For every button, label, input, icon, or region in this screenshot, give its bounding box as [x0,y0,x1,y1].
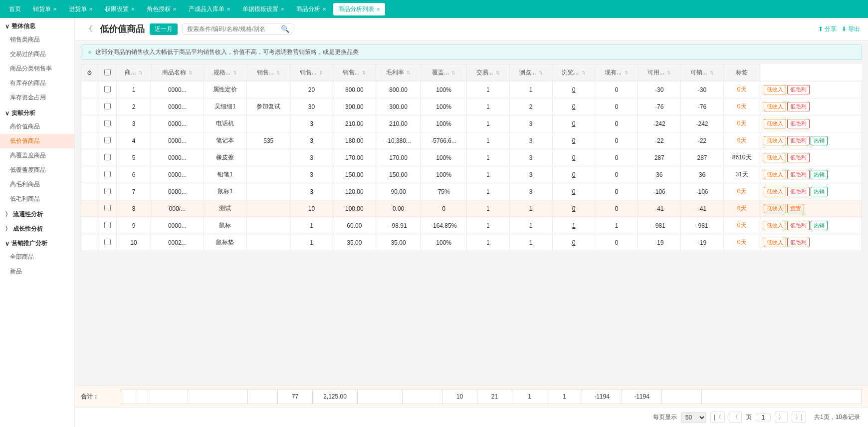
col-sale-qty[interactable]: 销售... ⇅ [247,64,290,81]
view-link[interactable]: 0 [572,205,576,212]
sidebar-item-new-goods[interactable]: 新品 [0,264,74,279]
sidebar-item-traded-goods[interactable]: 交易过的商品 [0,47,74,61]
checkbox-cell[interactable] [98,200,117,217]
view-link[interactable]: 0 [572,188,576,195]
sidebar-collapse-button[interactable]: 《 [83,24,95,34]
sidebar-item-category-rate[interactable]: 商品分类销售率 [0,61,74,76]
share-button[interactable]: ⬆ 分享 [818,25,837,33]
sidebar-item-high-value[interactable]: 高价值商品 [0,119,74,134]
nav-product-analysis[interactable]: 商品分析 ✕ [291,3,331,15]
col-coverage[interactable]: 覆盖... ⇅ [421,64,467,81]
row-view1[interactable]: 0 [552,81,595,98]
next-page-button[interactable]: 〉 [775,412,788,423]
close-icon[interactable]: ✕ [173,6,177,12]
row-view1[interactable]: 0 [552,115,595,132]
nav-purchase-order[interactable]: 进货单 ✕ [64,3,98,15]
close-icon[interactable]: ✕ [89,6,93,12]
nav-role-auth[interactable]: 角色授权 ✕ [142,3,182,15]
checkbox-cell[interactable] [98,149,117,166]
row-checkbox[interactable] [104,239,111,245]
row-view1[interactable]: 0 [552,234,595,251]
period-button[interactable]: 近一月 [150,23,178,35]
row-view1[interactable]: 0 [552,132,595,149]
checkbox-cell[interactable] [98,115,117,132]
view-link[interactable]: 0 [572,103,576,110]
row-view1[interactable]: 0 [552,149,595,166]
gear-cell[interactable] [81,166,98,183]
gear-cell[interactable] [81,149,98,166]
row-checkbox[interactable] [104,137,111,143]
checkbox-cell[interactable] [98,81,117,98]
prev-page-button[interactable]: 〈 [729,412,742,423]
col-sale-amt2[interactable]: 销售... ⇅ [333,64,376,81]
row-view1[interactable]: 1 [552,217,595,234]
sidebar-item-high-gross[interactable]: 高毛利商品 [0,177,74,192]
row-checkbox[interactable] [104,154,111,160]
close-icon[interactable]: ✕ [322,6,326,12]
close-icon[interactable]: ✕ [53,6,57,12]
search-input[interactable] [183,23,292,35]
col-saleable[interactable]: 可销... ⇅ [681,64,724,81]
checkbox-cell[interactable] [98,234,117,251]
col-name[interactable]: 商品名称 ⇅ [151,64,204,81]
first-page-button[interactable]: |〈 [710,412,725,423]
sidebar-item-all-goods[interactable]: 全部商品 [0,250,74,264]
gear-cell[interactable] [81,115,98,132]
sidebar-group-overall[interactable]: ∨ 整体信息 [0,18,74,32]
gear-cell[interactable] [81,183,98,200]
row-view1[interactable]: 0 [552,166,595,183]
last-page-button[interactable]: 〉| [792,412,806,423]
export-button[interactable]: ⬇ 导出 [842,25,860,33]
view-link[interactable]: 1 [572,222,576,229]
current-page-input[interactable] [756,414,771,422]
col-trade[interactable]: 交易... ⇅ [466,64,509,81]
view-link[interactable]: 0 [572,137,576,144]
col-gear[interactable]: ⚙ [81,64,98,81]
gear-cell[interactable] [81,234,98,251]
sidebar-item-low-coverage[interactable]: 低覆盖度商品 [0,163,74,177]
sidebar-item-sales-goods[interactable]: 销售类商品 [0,32,74,47]
col-spec[interactable]: 规格... ⇅ [204,64,247,81]
col-current[interactable]: 现有... ⇅ [595,64,638,81]
checkbox-cell[interactable] [98,98,117,115]
gear-cell[interactable] [81,81,98,98]
sidebar-group-marketing[interactable]: ∨ 营销推广分析 [0,235,74,250]
view-link[interactable]: 0 [572,154,576,161]
close-icon[interactable]: ✕ [280,6,284,12]
nav-product-analysis-list[interactable]: 商品分析列表 ✕ [333,3,385,15]
nav-product-inbound[interactable]: 产成品入库单 ✕ [184,3,235,15]
nav-template-settings[interactable]: 单据模板设置 ✕ [237,3,289,15]
sidebar-item-stock-capital[interactable]: 库存资金占用 [0,90,74,105]
checkbox-cell[interactable] [98,132,117,149]
row-checkbox[interactable] [104,120,111,126]
checkbox-cell[interactable] [98,183,117,200]
row-checkbox[interactable] [104,103,111,109]
close-icon[interactable]: ✕ [131,6,135,12]
view-link[interactable]: 0 [572,120,576,127]
checkbox-cell[interactable] [98,217,117,234]
view-link[interactable]: 0 [572,86,576,93]
page-size-select[interactable]: 50 100 [681,412,706,423]
col-sale-amt1[interactable]: 销售... ⇅ [290,64,333,81]
col-tags[interactable]: 标签 [723,64,760,81]
gear-cell[interactable] [81,217,98,234]
sidebar-item-low-value[interactable]: 低价值商品 [0,134,74,148]
col-checkbox[interactable] [98,64,117,81]
checkbox-cell[interactable] [98,166,117,183]
sidebar-item-stock-goods[interactable]: 有库存的商品 [0,76,74,90]
row-view1[interactable]: 0 [552,200,595,217]
sidebar-item-low-gross[interactable]: 低毛利商品 [0,192,74,206]
col-code[interactable]: 商... ⇅ [117,64,151,81]
col-view1[interactable]: 浏览... ⇅ [509,64,552,81]
col-gross-rate[interactable]: 毛利率 ⇅ [376,64,421,81]
row-view1[interactable]: 0 [552,183,595,200]
col-view2[interactable]: 浏览... ⇅ [552,64,595,81]
row-checkbox[interactable] [104,86,111,92]
gear-cell[interactable] [81,132,98,149]
row-checkbox[interactable] [104,205,111,211]
row-view1[interactable]: 0 [552,98,595,115]
row-checkbox[interactable] [104,222,111,228]
view-link[interactable]: 0 [572,239,576,246]
nav-home[interactable]: 首页 [4,3,26,15]
select-all-checkbox[interactable] [104,69,111,75]
